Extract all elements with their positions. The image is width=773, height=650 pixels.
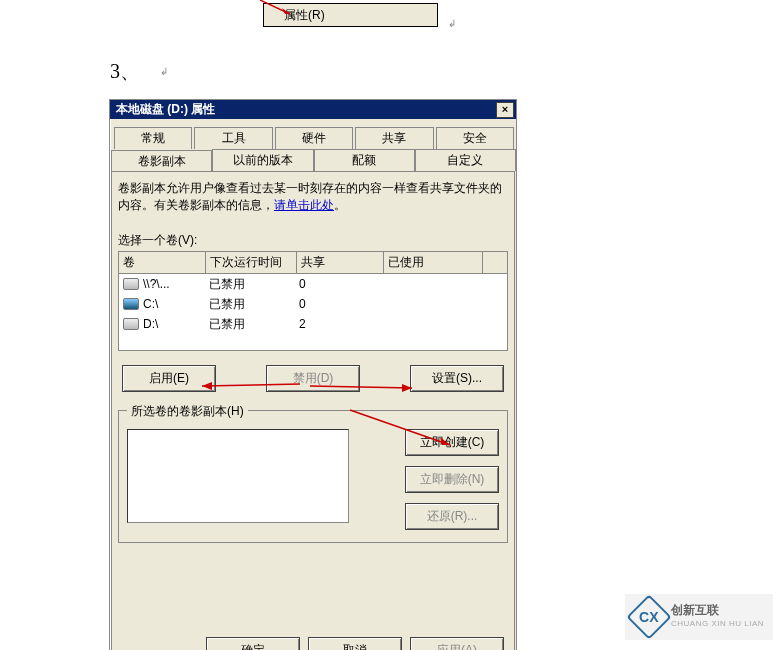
dialog-bottom-buttons: 确定 取消 应用(A)	[112, 637, 514, 650]
table-row[interactable]: \\?\... 已禁用 0	[119, 274, 507, 294]
properties-button[interactable]: 属性(R)	[263, 3, 438, 27]
paragraph-mark: ↲	[448, 18, 456, 29]
vol-next: 已禁用	[209, 276, 299, 293]
col-used[interactable]: 已使用	[384, 252, 483, 273]
col-next-run[interactable]: 下次运行时间	[206, 252, 297, 273]
titlebar: 本地磁盘 (D:) 属性 ×	[110, 100, 516, 119]
drive-icon	[123, 298, 139, 310]
vol-name: C:\	[143, 297, 158, 311]
watermark-logo-text: CX	[639, 609, 658, 625]
properties-dialog: 本地磁盘 (D:) 属性 × 常规 工具 硬件 共享 安全 卷影副本 以前的版本…	[109, 99, 517, 650]
drive-icon	[123, 278, 139, 290]
group-buttons: 立即创建(C) 立即删除(N) 还原(R)...	[405, 429, 499, 530]
settings-button[interactable]: 设置(S)...	[410, 365, 504, 392]
watermark-cn: 创新互联	[671, 603, 764, 617]
properties-label: 属性(R)	[284, 7, 325, 24]
description-text: 卷影副本允许用户像查看过去某一时刻存在的内容一样查看共享文件夹的内容。有关卷影副…	[118, 180, 508, 214]
tab-sharing[interactable]: 共享	[355, 127, 433, 149]
vol-shares: 0	[299, 277, 385, 291]
tab-quota[interactable]: 配额	[314, 149, 415, 171]
shadow-copies-group: 所选卷的卷影副本(H) 立即创建(C) 立即删除(N) 还原(R)...	[118, 410, 508, 543]
vol-name: \\?\...	[143, 277, 170, 291]
vol-shares: 0	[299, 297, 385, 311]
close-icon[interactable]: ×	[496, 102, 514, 118]
paragraph-mark: ↲	[160, 66, 168, 77]
volume-list-header: 卷 下次运行时间 共享 已使用	[119, 252, 507, 274]
ok-button[interactable]: 确定	[206, 637, 300, 650]
tab-tools[interactable]: 工具	[194, 127, 272, 149]
tab-hardware[interactable]: 硬件	[275, 127, 353, 149]
tab-shadow-copies[interactable]: 卷影副本	[111, 150, 212, 172]
volume-list[interactable]: 卷 下次运行时间 共享 已使用 \\?\... 已禁用 0 C:\ 已禁用 0	[118, 251, 508, 351]
create-now-button[interactable]: 立即创建(C)	[405, 429, 499, 456]
vol-shares: 2	[299, 317, 385, 331]
table-row[interactable]: C:\ 已禁用 0	[119, 294, 507, 314]
watermark-en: CHUANG XIN HU LIAN	[671, 617, 764, 631]
volume-list-body: \\?\... 已禁用 0 C:\ 已禁用 0 D:\ 已禁用 2	[119, 274, 507, 350]
vol-next: 已禁用	[209, 296, 299, 313]
watermark: CX 创新互联 CHUANG XIN HU LIAN	[625, 594, 773, 640]
enable-button[interactable]: 启用(E)	[122, 365, 216, 392]
delete-now-button[interactable]: 立即删除(N)	[405, 466, 499, 493]
volume-buttons-row: 启用(E) 禁用(D) 设置(S)...	[118, 365, 508, 392]
desc-post: 。	[334, 198, 346, 212]
col-volume[interactable]: 卷	[119, 252, 206, 273]
cancel-button[interactable]: 取消	[308, 637, 402, 650]
group-label: 所选卷的卷影副本(H)	[127, 403, 248, 420]
table-row[interactable]: D:\ 已禁用 2	[119, 314, 507, 334]
tab-general[interactable]: 常规	[114, 127, 192, 149]
tab-previous-versions[interactable]: 以前的版本	[212, 149, 313, 171]
tabs-row-1: 常规 工具 硬件 共享 安全	[110, 127, 516, 149]
tab-security[interactable]: 安全	[436, 127, 514, 149]
description-link[interactable]: 请单击此处	[274, 198, 334, 212]
disable-button[interactable]: 禁用(D)	[266, 365, 360, 392]
col-shares[interactable]: 共享	[297, 252, 384, 273]
dialog-title: 本地磁盘 (D:) 属性	[116, 101, 215, 118]
vol-name: D:\	[143, 317, 158, 331]
apply-button[interactable]: 应用(A)	[410, 637, 504, 650]
step-number-3: 3、	[110, 58, 140, 85]
tab-customize[interactable]: 自定义	[415, 149, 516, 171]
drive-icon	[123, 318, 139, 330]
restore-button[interactable]: 还原(R)...	[405, 503, 499, 530]
tab-panel: 卷影副本允许用户像查看过去某一时刻存在的内容一样查看共享文件夹的内容。有关卷影副…	[111, 171, 515, 650]
watermark-logo: CX	[626, 594, 671, 639]
shadow-copies-list[interactable]	[127, 429, 349, 523]
select-volume-label: 选择一个卷(V):	[118, 232, 508, 249]
vol-next: 已禁用	[209, 316, 299, 333]
tabs-row-2: 卷影副本 以前的版本 配额 自定义	[110, 149, 516, 171]
